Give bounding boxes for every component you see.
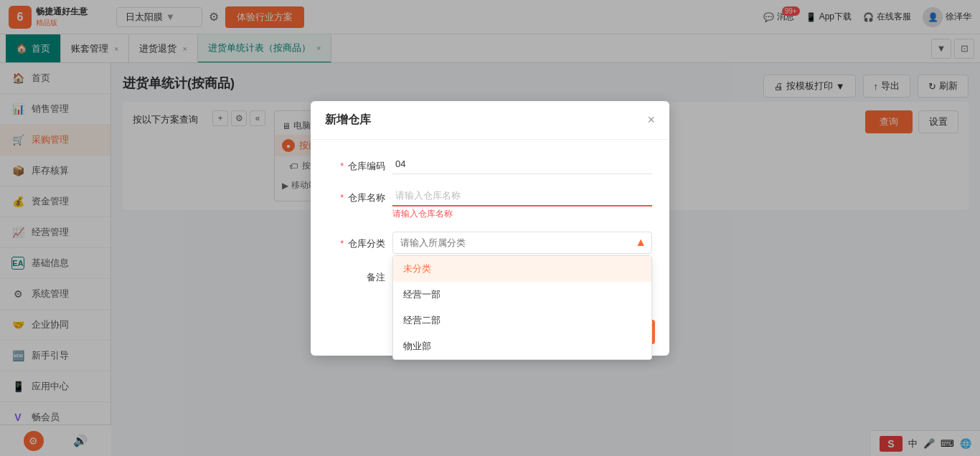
warehouse-name-label: * 仓库名称	[328, 186, 385, 204]
warehouse-category-label: * 仓库分类	[328, 232, 385, 250]
category-toggle-icon[interactable]: ▲	[635, 236, 646, 249]
warehouse-category-wrapper: ▲ 未分类 经营一部 经营二部 物业部	[392, 232, 652, 254]
dialog-header: 新增仓库 ×	[311, 101, 669, 140]
warehouse-name-error: 请输入仓库名称	[392, 208, 652, 220]
warehouse-code-label: * 仓库编码	[328, 154, 385, 173]
warehouse-category-row: * 仓库分类 ▲ 未分类 经营一部 经营二部 物业部	[328, 232, 652, 254]
add-warehouse-dialog: 新增仓库 × * 仓库编码 * 仓库名称 请输入仓库名称	[311, 101, 669, 356]
dialog-close-button[interactable]: ×	[647, 113, 655, 128]
warehouse-name-wrapper: 请输入仓库名称	[392, 186, 652, 220]
warehouse-code-row: * 仓库编码	[328, 154, 652, 174]
dialog-title: 新增仓库	[325, 113, 371, 128]
warehouse-name-input[interactable]	[392, 186, 652, 206]
warehouse-code-input[interactable]	[392, 154, 652, 174]
category-option-1[interactable]: 经营一部	[393, 282, 651, 308]
warehouse-note-label: 备注	[328, 265, 385, 284]
warehouse-name-row: * 仓库名称 请输入仓库名称	[328, 186, 652, 220]
category-option-0[interactable]: 未分类	[393, 256, 651, 282]
overlay: 新增仓库 × * 仓库编码 * 仓库名称 请输入仓库名称	[0, 0, 980, 456]
category-option-2[interactable]: 经营二部	[393, 308, 651, 333]
dialog-body: * 仓库编码 * 仓库名称 请输入仓库名称 *	[311, 140, 669, 311]
category-dropdown: 未分类 经营一部 经营二部 物业部	[392, 255, 652, 360]
warehouse-category-input[interactable]	[392, 232, 652, 254]
category-option-3[interactable]: 物业部	[393, 333, 651, 359]
